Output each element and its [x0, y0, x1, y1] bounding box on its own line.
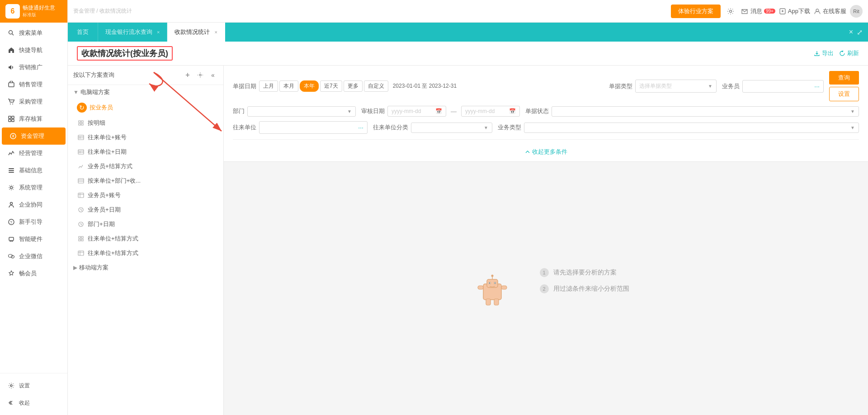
scheme-label: 业务员+账号: [88, 191, 121, 199]
sidebar-item-settings[interactable]: 设置: [0, 377, 67, 394]
topbar-gear-button[interactable]: [724, 5, 737, 18]
doc-type-select[interactable]: 选择单据类型 ▼: [635, 80, 717, 93]
svg-point-20: [10, 385, 12, 387]
doc-status-select[interactable]: ▼: [552, 106, 859, 117]
page-header: 收款情况统计(按业务员) 导出 刷新: [68, 42, 868, 66]
sidebar-item-label: 资金管理: [21, 132, 44, 140]
doc-status-filter: 单据状态 ▼: [525, 106, 859, 117]
collapse-panel-button[interactable]: «: [208, 70, 218, 80]
set-button[interactable]: 设置: [829, 87, 859, 101]
service-action[interactable]: 在线客服: [814, 7, 846, 15]
trial-button[interactable]: 体验行业方案: [671, 5, 721, 18]
audit-date-filter: 审核日期 yyyy-mm-dd 📅 — yyyy-mm-dd 📅: [361, 106, 520, 117]
date-btn-this-year[interactable]: 本年: [300, 80, 319, 92]
sidebar-item-label: 搜索菜单: [19, 29, 42, 37]
scheme-label: 往来单位+结算方式: [88, 249, 138, 257]
sidebar-item-newbie[interactable]: ? 新手引导: [0, 213, 67, 231]
svg-rect-27: [78, 179, 84, 183]
svg-point-3: [10, 104, 11, 104]
sidebar-item-sales[interactable]: 销售管理: [0, 76, 67, 93]
scheme-item-by-dept[interactable]: 按来单位+部门+收...: [68, 174, 223, 188]
logo-text: 畅捷通好生意: [23, 5, 55, 12]
purchase-icon: [7, 98, 15, 106]
sidebar-item-inventory[interactable]: 库存核算: [0, 110, 67, 127]
sidebar-item-system[interactable]: 系统管理: [0, 179, 67, 196]
refresh-button[interactable]: 刷新: [839, 49, 859, 57]
tab-maximize-icon[interactable]: ⤢: [857, 28, 863, 37]
sidebar-item-collapse[interactable]: 收起: [0, 394, 67, 411]
sidebar-item-label: 收起: [19, 399, 30, 407]
tab-home[interactable]: 首页: [68, 23, 98, 42]
scheme-item-salesperson-settlement[interactable]: 业务员+结算方式: [68, 159, 223, 174]
scheme-item-salesperson-date[interactable]: 业务员+日期: [68, 203, 223, 217]
sidebar-item-purchase[interactable]: 采购管理: [0, 93, 67, 110]
svg-rect-26: [78, 150, 84, 154]
audit-date-start[interactable]: yyyy-mm-dd 📅: [387, 106, 446, 117]
tree-group-mobile-header[interactable]: ▶ 移动端方案: [68, 260, 223, 275]
scheme-item-counterpart-settlement2[interactable]: 往来单位+结算方式: [68, 246, 223, 260]
salesperson-filter: 业务员 ···: [722, 80, 824, 93]
scheme-item-dept-date[interactable]: 部门+日期: [68, 217, 223, 231]
svg-rect-12: [9, 172, 14, 173]
sidebar-item-wechat[interactable]: 企业微信: [0, 248, 67, 265]
tab-bank-close[interactable]: ×: [157, 29, 160, 35]
scheme-item-salesperson[interactable]: ↻ 按业务员: [68, 99, 223, 116]
sidebar-item-label: 销售管理: [19, 80, 42, 89]
counterpart-more-icon[interactable]: ···: [358, 124, 363, 131]
scheme-item-counterpart-date[interactable]: 往来单位+日期: [68, 145, 223, 159]
sidebar-item-finance[interactable]: 资金管理: [2, 127, 66, 145]
counterpart-input[interactable]: ···: [259, 121, 368, 134]
dept-label: 部门: [233, 107, 245, 115]
empty-steps: 1 请先选择要分析的方案 2 用过滤条件来缩小分析范围: [540, 268, 629, 293]
gear-scheme-button[interactable]: [195, 70, 205, 80]
sidebar-item-label: 营销推广: [19, 63, 42, 71]
messages-action[interactable]: 消息 99+: [741, 7, 775, 15]
salesperson-select[interactable]: ···: [742, 80, 824, 93]
svg-point-37: [494, 283, 495, 284]
tab-collection[interactable]: 收款情况统计 ×: [167, 23, 225, 42]
table-icon5: [77, 249, 85, 257]
export-button[interactable]: 导出: [814, 49, 834, 57]
download-action[interactable]: App下载: [779, 7, 810, 15]
scheme-item-detail[interactable]: 按明细: [68, 116, 223, 130]
add-scheme-button[interactable]: +: [183, 70, 193, 80]
sidebar-item-quick[interactable]: 快捷导航: [0, 42, 67, 59]
sidebar-item-marketing[interactable]: 营销推广: [0, 59, 67, 76]
filter-row-2: 部门 ▼ 审核日期 yyyy-mm-dd 📅: [233, 106, 859, 117]
date-btn-more[interactable]: 更多: [344, 80, 363, 92]
audit-date-end[interactable]: yyyy-mm-dd 📅: [461, 106, 520, 117]
svg-point-24: [199, 74, 201, 76]
user-avatar[interactable]: Rit: [850, 5, 863, 18]
sidebar-item-operation[interactable]: 经营管理: [0, 145, 67, 162]
query-button[interactable]: 查询: [829, 71, 859, 85]
tree-group-pc-header[interactable]: ▼ 电脑端方案: [68, 85, 223, 99]
tab-collection-close[interactable]: ×: [214, 29, 217, 35]
biz-type-select[interactable]: ▼: [524, 123, 859, 133]
tab-close-all-icon[interactable]: ×: [849, 28, 853, 36]
collapse-button[interactable]: 收起更多条件: [525, 148, 567, 156]
sidebar-item-enterprise[interactable]: 企业协同: [0, 196, 67, 213]
sidebar: 6 畅捷通好生意 标准版 搜索菜单 快捷导航: [0, 0, 68, 415]
left-panel-actions: + «: [183, 70, 218, 80]
counterpart-type-select[interactable]: ▼: [411, 123, 492, 133]
sidebar-item-label: 企业协同: [19, 201, 42, 209]
scheme-item-counterpart-account[interactable]: 往来单位+账号: [68, 130, 223, 145]
date-btn-custom[interactable]: 自定义: [364, 80, 388, 92]
sidebar-item-basic[interactable]: 基础信息: [0, 162, 67, 179]
sidebar-item-member[interactable]: 畅会员: [0, 265, 67, 282]
date-btn-this-month[interactable]: 本月: [279, 80, 298, 92]
svg-rect-5: [9, 116, 11, 118]
grid-icon2: [77, 235, 85, 243]
page-title: 收款情况统计(按业务员): [77, 46, 173, 61]
scheme-item-counterpart-settlement1[interactable]: 往来单位+结算方式: [68, 231, 223, 246]
date-btn-7days[interactable]: 近7天: [320, 80, 342, 92]
tab-bar-end: × ⤢: [844, 23, 868, 42]
sidebar-item-search[interactable]: 搜索菜单: [0, 24, 67, 42]
date-btn-last-month[interactable]: 上月: [259, 80, 278, 92]
sidebar-item-hardware[interactable]: 智能硬件: [0, 231, 67, 248]
salesperson-more-icon[interactable]: ···: [814, 83, 820, 90]
dept-select[interactable]: ▼: [247, 106, 356, 117]
scheme-item-salesperson-account[interactable]: 业务员+账号: [68, 188, 223, 203]
tab-bank[interactable]: 现金银行流水查询 ×: [98, 23, 167, 42]
filter-row-1: 单据日期 上月 本月 本年 近7天 更多 自定义 2023-01-01 至 20…: [233, 71, 859, 101]
